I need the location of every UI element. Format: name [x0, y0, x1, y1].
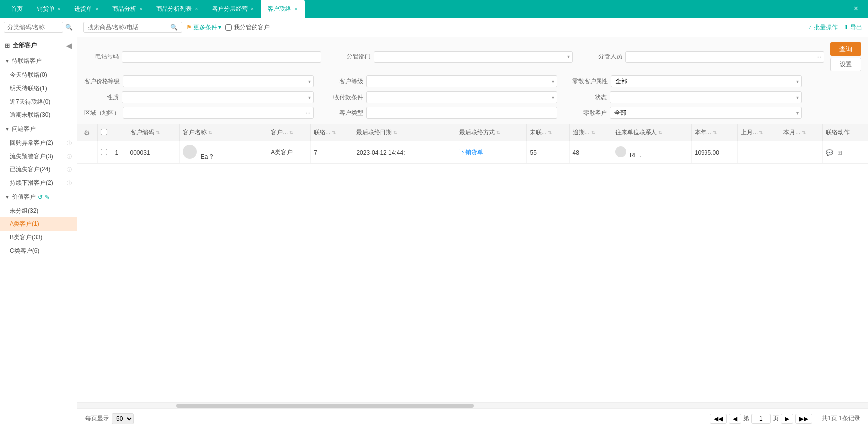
top-nav: 首页 销货单 × 进货单 × 商品分析 × 商品分析列表 × 客户分层经营 × … [0, 0, 868, 18]
phone-input[interactable] [122, 51, 321, 63]
first-page-btn[interactable]: ◀◀ [710, 414, 727, 424]
sort-lastmonth-icon: ⇅ [759, 130, 763, 135]
total-records-label: 共1页 1条记录 [822, 414, 860, 423]
price-level-select[interactable] [123, 75, 314, 87]
customer-type-input[interactable] [366, 107, 558, 119]
my-customers-checkbox[interactable] [225, 24, 232, 31]
query-buttons: 查询 设置 [824, 42, 861, 71]
area-input[interactable] [123, 107, 314, 119]
th-index [112, 124, 127, 141]
next-page-btn[interactable]: ▶ [781, 414, 793, 424]
td-checkbox[interactable] [97, 141, 112, 164]
horizontal-scrollbar[interactable] [77, 402, 868, 408]
staff-input-wrapper: ··· [625, 51, 824, 63]
retail-attr-select[interactable]: 全部 [611, 75, 802, 87]
sidebar-search-icon[interactable]: 🔍 [65, 24, 73, 31]
edit-icon[interactable]: ✎ [45, 194, 50, 201]
refresh-icon[interactable]: ↺ [38, 194, 43, 201]
close-sales-icon[interactable]: × [57, 6, 60, 12]
collapse-sidebar-icon[interactable]: ◀ [66, 42, 72, 50]
th-last-month[interactable]: 上月... ⇅ [738, 124, 780, 141]
nav-sales[interactable]: 销货单 × [30, 0, 67, 18]
my-customers-checkbox-label[interactable]: 我分管的客户 [225, 23, 270, 32]
row-checkbox[interactable] [101, 149, 107, 155]
th-contact[interactable]: 联络... ⇅ [311, 124, 353, 141]
td-last-contact-way[interactable]: 下销货单 [456, 141, 527, 164]
page-size-select[interactable]: 50 [112, 413, 134, 424]
sidebar-item-today-pending[interactable]: 今天待联络(0) [0, 68, 77, 82]
nav-home[interactable]: 首页 [4, 0, 30, 18]
sidebar-item-declining[interactable]: 持续下滑客户(2) ⓘ [0, 176, 77, 190]
th-this-month[interactable]: 本月... ⇅ [780, 124, 823, 141]
settings-button[interactable]: 设置 [830, 58, 861, 71]
batch-operation-btn[interactable]: ☑ 批量操作 [807, 23, 838, 32]
nav-product-analysis-list[interactable]: 商品分析列表 × [149, 0, 205, 18]
sidebar-item-repurchase-abnormal[interactable]: 回购异常客户(2) ⓘ [0, 136, 77, 150]
sidebar-header-label: 全部客户 [13, 41, 37, 50]
last-page-btn[interactable]: ▶▶ [795, 414, 812, 424]
prev-page-btn[interactable]: ◀ [729, 414, 741, 424]
sort-code-icon: ⇅ [156, 130, 160, 135]
contact-way-link[interactable]: 下销货单 [459, 149, 483, 156]
th-last-contact-date[interactable]: 最后联络日期 ⇅ [353, 124, 456, 141]
th-settings[interactable]: ⚙ [77, 124, 97, 141]
payment-label: 收付款条件 [328, 93, 363, 102]
th-code[interactable]: 客户编码 ⇅ [127, 124, 180, 141]
sidebar-section-problem[interactable]: ▼ 问题客户 [0, 122, 77, 136]
th-last-contact-way[interactable]: 最后联络方式 ⇅ [456, 124, 527, 141]
sidebar-item-ungrouped[interactable]: 未分组(32) [0, 204, 77, 217]
sidebar-item-class-b[interactable]: B类客户(33) [0, 231, 77, 244]
chat-action-icon[interactable]: 💬 [826, 149, 833, 156]
settings-gear-icon[interactable]: ⚙ [80, 129, 94, 137]
page-number-input[interactable] [751, 414, 771, 424]
retail-select[interactable]: 全部 [610, 107, 802, 119]
scrollbar-thumb[interactable] [176, 404, 474, 408]
nav-purchase[interactable]: 进货单 × [67, 0, 105, 18]
sidebar-section-value[interactable]: ▼ 价值客户 ↺ ✎ [0, 190, 77, 204]
th-no-contact[interactable]: 未联... ⇅ [527, 124, 569, 141]
sidebar-item-churn-warning[interactable]: 流失预警客户(3) ⓘ [0, 150, 77, 163]
more-conditions-btn[interactable]: ⚑ 更多条件 ▾ [186, 23, 221, 32]
nature-select[interactable] [122, 91, 314, 103]
grid-action-icon[interactable]: ⊞ [837, 149, 842, 156]
staff-input[interactable] [625, 51, 824, 63]
th-company-contact[interactable]: 往来单位联系人 ⇅ [612, 124, 691, 141]
sidebar-item-class-c[interactable]: C类客户(6) [0, 244, 77, 258]
sidebar-item-overdue-contact[interactable]: 逾期未联络(30) [0, 108, 77, 122]
scrollbar-track [77, 404, 868, 408]
retail-select-wrapper: 全部 ▾ [610, 107, 802, 119]
close-all-tabs-icon[interactable]: × [848, 4, 864, 13]
close-product-list-icon[interactable]: × [195, 6, 198, 12]
sidebar-item-7day-pending[interactable]: 近7天待联络(0) [0, 95, 77, 108]
nav-product-analysis[interactable]: 商品分析 × [106, 0, 149, 18]
sidebar-item-churned[interactable]: 已流失客户(24) ⓘ [0, 163, 77, 176]
close-product-analysis-icon[interactable]: × [139, 6, 142, 12]
status-select[interactable] [610, 91, 802, 103]
th-overdue[interactable]: 逾期... ⇅ [569, 124, 612, 141]
dept-select[interactable] [374, 51, 573, 63]
filter-bar: 🔍 ⚑ 更多条件 ▾ 我分管的客户 ☑ 批量操作 ⬆ 导出 [77, 18, 868, 37]
close-purchase-icon[interactable]: × [95, 6, 98, 12]
nav-customer-mgmt[interactable]: 客户分层经营 × [205, 0, 261, 18]
sidebar-item-class-a[interactable]: A类客户(1) [0, 217, 77, 231]
th-this-year[interactable]: 本年... ⇅ [691, 124, 738, 141]
th-type[interactable]: 客户... ⇅ [268, 124, 311, 141]
th-checkbox[interactable] [97, 124, 112, 141]
top-actions: ☑ 批量操作 ⬆ 导出 [807, 23, 862, 32]
sidebar-section-pending[interactable]: ▼ 待联络客户 [0, 54, 77, 68]
filter-row-4: 区域（地区） ··· 客户类型 零散客户 全部 [84, 107, 861, 119]
payment-select[interactable] [366, 91, 558, 103]
nav-customer-contact[interactable]: 客户联络 × [261, 0, 304, 18]
sidebar-item-tomorrow-pending[interactable]: 明天待联络(1) [0, 82, 77, 95]
customer-level-select[interactable] [366, 75, 558, 87]
close-customer-contact-icon[interactable]: × [294, 6, 297, 12]
close-customer-mgmt-icon[interactable]: × [251, 6, 254, 12]
filter-search-icon[interactable]: 🔍 [170, 24, 178, 31]
filter-search-input[interactable] [88, 24, 170, 31]
export-btn[interactable]: ⬆ 导出 [844, 23, 862, 32]
select-all-checkbox[interactable] [101, 129, 107, 135]
th-name[interactable]: 客户名称 ⇅ [180, 124, 268, 141]
query-button[interactable]: 查询 [830, 42, 861, 56]
info-icon4: ⓘ [67, 180, 72, 187]
sidebar-search-input[interactable] [4, 22, 63, 33]
